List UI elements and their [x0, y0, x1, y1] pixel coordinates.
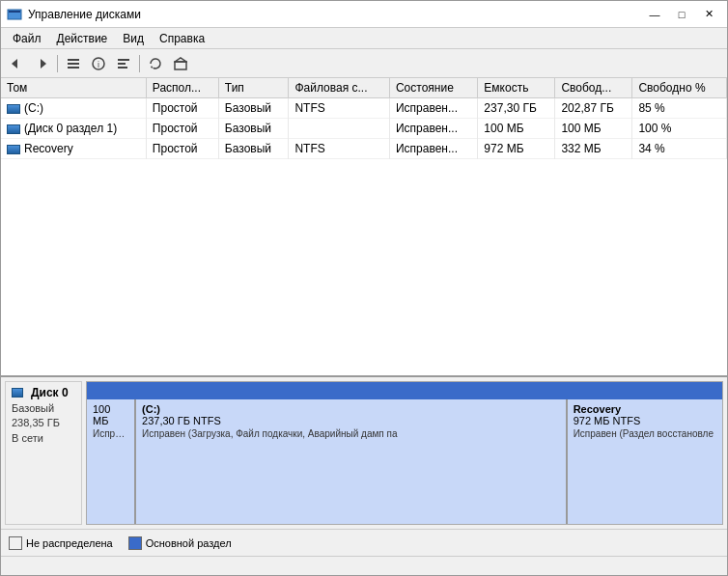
status-bar: [1, 556, 727, 575]
cell-free: 202,87 ГБ: [555, 98, 632, 119]
forward-button[interactable]: [30, 53, 53, 74]
view-button[interactable]: [62, 53, 85, 74]
toolbar-separator-1: [57, 55, 58, 72]
disk-label-info: Базовый 238,35 ГБ В сети: [12, 401, 75, 446]
title-buttons: — □ ✕: [642, 5, 721, 24]
cell-status: Исправен...: [389, 139, 477, 159]
cell-fs: [289, 119, 390, 139]
volume-icon: [7, 124, 20, 134]
col-capacity[interactable]: Емкость: [478, 78, 555, 98]
col-volume[interactable]: Том: [1, 78, 146, 98]
disk-size: 238,35 ГБ: [12, 416, 75, 430]
table-header-row: Том Распол... Тип Файловая с... Состояни…: [1, 78, 727, 98]
disk-partitions: 100 МБИсправен (Шифров(C:)237,30 ГБ NTFS…: [86, 381, 723, 525]
partition-size: 100 МБ: [93, 403, 128, 426]
svg-rect-10: [118, 63, 126, 65]
title-bar: Управление дисками — □ ✕: [1, 1, 727, 28]
maximize-button[interactable]: □: [669, 5, 694, 24]
cell-layout: Простой: [146, 139, 218, 159]
partition-status: Исправен (Шифров: [93, 428, 128, 439]
legend-unalloc-label: Не распределена: [26, 537, 113, 549]
close-button[interactable]: ✕: [696, 5, 721, 24]
volume-icon: [7, 104, 20, 114]
legend-unalloc-icon: [9, 536, 22, 550]
volume-list-panel: Том Распол... Тип Файловая с... Состояни…: [1, 78, 727, 377]
disk-map-panel: Диск 0 Базовый 238,35 ГБ В сети 100 МБИс…: [1, 377, 727, 556]
cell-capacity: 237,30 ГБ: [478, 98, 555, 119]
cell-status: Исправен...: [389, 119, 477, 139]
disk-small-icon: [12, 388, 23, 398]
menu-help[interactable]: Справка: [152, 30, 212, 47]
back-button[interactable]: [5, 53, 28, 74]
partition-size: 972 МБ NTFS: [574, 415, 716, 426]
menu-view[interactable]: Вид: [115, 30, 152, 47]
col-freepct[interactable]: Свободно %: [632, 78, 727, 98]
info-icon: i: [92, 57, 105, 70]
cell-capacity: 972 МБ: [478, 139, 555, 159]
col-type[interactable]: Тип: [218, 78, 289, 98]
properties-icon: [117, 57, 130, 70]
cell-freepct: 100 %: [632, 119, 727, 139]
window-icon: [7, 7, 22, 22]
table-container[interactable]: Том Распол... Тип Файловая с... Состояни…: [1, 78, 727, 375]
partitions-row: 100 МБИсправен (Шифров(C:)237,30 ГБ NTFS…: [87, 399, 722, 524]
col-status[interactable]: Состояние: [389, 78, 477, 98]
toolbar-separator-2: [139, 55, 140, 72]
svg-marker-2: [12, 59, 17, 69]
title-bar-left: Управление дисками: [7, 7, 141, 22]
cell-volume: Recovery: [1, 139, 146, 159]
disk-label-title: Диск 0: [12, 386, 75, 399]
menu-action[interactable]: Действие: [49, 30, 116, 47]
cell-capacity: 100 МБ: [478, 119, 555, 139]
main-content: Том Распол... Тип Файловая с... Состояни…: [1, 78, 727, 556]
properties-button[interactable]: [112, 53, 135, 74]
toolbar: i: [1, 49, 727, 78]
disk-title: Диск 0: [31, 386, 69, 399]
help-button[interactable]: [169, 53, 192, 74]
legend-bar: Не распределена Основной раздел: [1, 529, 727, 556]
minimize-button[interactable]: —: [642, 5, 667, 24]
volume-icon: [7, 145, 20, 154]
svg-marker-3: [41, 59, 46, 69]
svg-rect-4: [68, 59, 79, 61]
legend-primary-label: Основной раздел: [146, 537, 232, 549]
disk-header-bar: [87, 382, 722, 399]
list-icon: [67, 57, 80, 70]
col-free[interactable]: Свобод...: [555, 78, 632, 98]
disk-partition[interactable]: 100 МБИсправен (Шифров: [87, 399, 136, 524]
forward-icon: [35, 57, 48, 70]
cell-freepct: 34 %: [632, 139, 727, 159]
svg-text:i: i: [98, 60, 99, 69]
window-title: Управление дисками: [28, 8, 141, 21]
svg-rect-11: [118, 67, 127, 69]
col-fs[interactable]: Файловая с...: [289, 78, 390, 98]
cell-freepct: 85 %: [632, 98, 727, 119]
info-button[interactable]: i: [87, 53, 110, 74]
disk-partition[interactable]: (C:)237,30 ГБ NTFSИсправен (Загрузка, Фа…: [136, 399, 568, 524]
partition-name: (C:): [142, 403, 560, 415]
table-row[interactable]: RecoveryПростойБазовыйNTFSИсправен...972…: [1, 139, 727, 159]
partition-status: Исправен (Раздел восстановле: [574, 428, 716, 439]
disk-partition[interactable]: Recovery972 МБ NTFSИсправен (Раздел восс…: [568, 399, 722, 524]
col-layout[interactable]: Распол...: [146, 78, 218, 98]
partition-name: Recovery: [574, 403, 716, 415]
cell-layout: Простой: [146, 119, 218, 139]
partition-size: 237,30 ГБ NTFS: [142, 415, 560, 426]
cell-volume: (C:): [1, 98, 146, 119]
cell-type: Базовый: [218, 98, 289, 119]
refresh-button[interactable]: [144, 53, 167, 74]
cell-free: 332 МБ: [555, 139, 632, 159]
svg-rect-9: [118, 59, 129, 61]
menu-file[interactable]: Файл: [5, 30, 49, 47]
svg-rect-1: [9, 11, 20, 13]
legend-primary-icon: [128, 536, 142, 550]
svg-marker-13: [175, 62, 186, 69]
refresh-icon: [149, 57, 162, 70]
table-row[interactable]: (Диск 0 раздел 1)ПростойБазовыйИсправен.…: [1, 119, 727, 139]
disk-status: В сети: [12, 431, 75, 446]
legend-unalloc: Не распределена: [9, 536, 113, 550]
main-window: Управление дисками — □ ✕ Файл Действие В…: [0, 0, 728, 576]
menu-bar: Файл Действие Вид Справка: [1, 28, 727, 49]
disk-label: Диск 0 Базовый 238,35 ГБ В сети: [5, 381, 82, 525]
table-row[interactable]: (C:)ПростойБазовыйNTFSИсправен...237,30 …: [1, 98, 727, 119]
